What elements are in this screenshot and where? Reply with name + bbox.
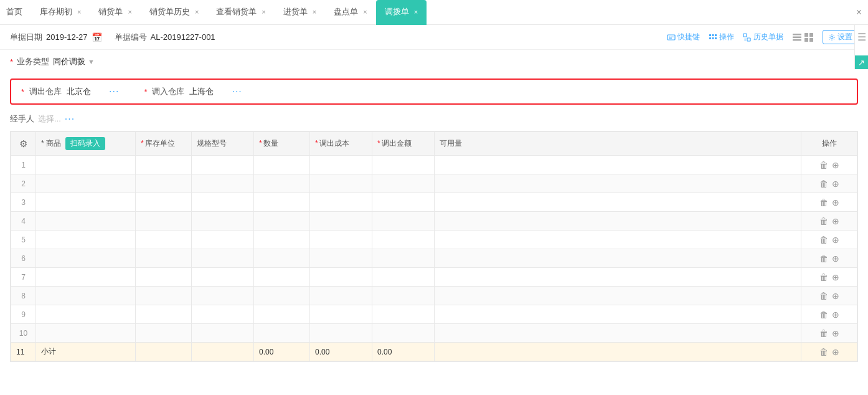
spec-cell-2[interactable] [192, 174, 254, 193]
manager-more-button[interactable]: ··· [65, 113, 75, 125]
cost-cell-4[interactable] [310, 212, 372, 231]
gear-icon[interactable]: ⚙ [19, 138, 27, 149]
spec-cell-1[interactable] [192, 156, 254, 174]
operations-button[interactable]: 操作 [709, 32, 734, 42]
unit-cell-1[interactable] [136, 156, 192, 174]
amount-cell-5[interactable] [372, 231, 435, 249]
tab-view-sales-close[interactable]: × [262, 8, 265, 16]
tab-transfer[interactable]: 调拨单 × [376, 0, 427, 25]
tab-sales-history[interactable]: 销货单历史 × [141, 0, 207, 25]
qty-cell-9[interactable] [254, 305, 310, 324]
copy-row-10-button[interactable]: ⊕ [832, 328, 839, 338]
qty-cell-1[interactable] [254, 156, 310, 174]
unit-cell-2[interactable] [136, 174, 192, 193]
spec-cell-10[interactable] [192, 324, 254, 343]
tab-sales-order-close[interactable]: × [128, 8, 131, 16]
qty-cell-4[interactable] [254, 212, 310, 231]
delete-row-11-button[interactable]: 🗑 [819, 347, 828, 357]
qty-cell-10[interactable] [254, 324, 310, 343]
cost-cell-5[interactable] [310, 231, 372, 249]
copy-row-9-button[interactable]: ⊕ [832, 310, 839, 320]
available-cell-4[interactable] [435, 212, 801, 231]
tab-purchase-close[interactable]: × [313, 8, 316, 16]
tab-stocktake[interactable]: 盘点单 × [325, 0, 375, 25]
in-warehouse-more-button[interactable]: ··· [232, 86, 242, 97]
available-cell-3[interactable] [435, 193, 801, 212]
unit-cell-4[interactable] [136, 212, 192, 231]
available-cell-1[interactable] [435, 156, 801, 174]
unit-cell-9[interactable] [136, 305, 192, 324]
spec-cell-9[interactable] [192, 305, 254, 324]
sidebar-expand-icon[interactable]: ↗ [855, 55, 869, 69]
product-cell-1[interactable] [36, 156, 136, 174]
amount-cell-2[interactable] [372, 174, 435, 193]
copy-row-3-button[interactable]: ⊕ [832, 198, 839, 207]
tab-sales-history-close[interactable]: × [195, 8, 199, 16]
biz-type-select[interactable]: 同价调拨 ▼ [53, 56, 153, 67]
qty-cell-3[interactable] [254, 193, 310, 212]
qty-cell-2[interactable] [254, 174, 310, 193]
calendar-icon[interactable]: 📅 [92, 32, 102, 42]
spec-cell-3[interactable] [192, 193, 254, 212]
copy-row-4-button[interactable]: ⊕ [832, 216, 839, 226]
available-cell-2[interactable] [435, 174, 801, 193]
grid-view-icon[interactable] [804, 32, 814, 42]
amount-cell-3[interactable] [372, 193, 435, 212]
copy-row-11-button[interactable]: ⊕ [832, 347, 839, 357]
gear-column-header[interactable]: ⚙ [11, 132, 36, 156]
window-close-button[interactable]: × [856, 7, 862, 18]
scan-input-button[interactable]: 扫码录入 [65, 137, 105, 150]
spec-cell-7[interactable] [192, 268, 254, 287]
list-view-icon[interactable] [792, 32, 802, 42]
tab-inventory-init[interactable]: 库存期初 × [31, 0, 90, 25]
available-cell-9[interactable] [435, 305, 801, 324]
product-cell-5[interactable] [36, 231, 136, 249]
copy-row-7-button[interactable]: ⊕ [832, 272, 839, 282]
product-cell-6[interactable] [36, 249, 136, 268]
delete-row-7-button[interactable]: 🗑 [819, 272, 828, 282]
amount-cell-4[interactable] [372, 212, 435, 231]
delete-row-3-button[interactable]: 🗑 [819, 198, 828, 207]
amount-cell-8[interactable] [372, 287, 435, 305]
cost-cell-8[interactable] [310, 287, 372, 305]
delete-row-4-button[interactable]: 🗑 [819, 216, 828, 226]
copy-row-5-button[interactable]: ⊕ [832, 235, 839, 245]
unit-cell-5[interactable] [136, 231, 192, 249]
product-cell-2[interactable] [36, 174, 136, 193]
history-button[interactable]: 历史单据 [743, 32, 783, 42]
cost-cell-6[interactable] [310, 249, 372, 268]
available-cell-6[interactable] [435, 249, 801, 268]
available-cell-5[interactable] [435, 231, 801, 249]
tab-purchase[interactable]: 进货单 × [275, 0, 325, 25]
cost-cell-2[interactable] [310, 174, 372, 193]
unit-cell-7[interactable] [136, 268, 192, 287]
shortcuts-button[interactable]: 快捷键 [667, 32, 700, 42]
delete-row-5-button[interactable]: 🗑 [819, 235, 828, 245]
cost-cell-9[interactable] [310, 305, 372, 324]
delete-row-6-button[interactable]: 🗑 [819, 254, 828, 264]
copy-row-8-button[interactable]: ⊕ [832, 291, 839, 301]
unit-cell-3[interactable] [136, 193, 192, 212]
product-cell-8[interactable] [36, 287, 136, 305]
cost-cell-10[interactable] [310, 324, 372, 343]
copy-row-2-button[interactable]: ⊕ [832, 179, 839, 189]
amount-cell-10[interactable] [372, 324, 435, 343]
cost-cell-7[interactable] [310, 268, 372, 287]
tab-sales-order[interactable]: 销货单 × [90, 0, 140, 25]
cost-cell-3[interactable] [310, 193, 372, 212]
product-cell-3[interactable] [36, 193, 136, 212]
unit-cell-8[interactable] [136, 287, 192, 305]
out-warehouse-more-button[interactable]: ··· [109, 86, 119, 97]
tab-inventory-init-close[interactable]: × [77, 8, 81, 16]
available-cell-10[interactable] [435, 324, 801, 343]
amount-cell-9[interactable] [372, 305, 435, 324]
sidebar-list-icon[interactable]: ☰ [857, 31, 866, 43]
cost-cell-1[interactable] [310, 156, 372, 174]
settings-button[interactable]: 设置 [823, 30, 858, 44]
qty-cell-7[interactable] [254, 268, 310, 287]
delete-row-2-button[interactable]: 🗑 [819, 179, 828, 189]
unit-cell-10[interactable] [136, 324, 192, 343]
amount-cell-7[interactable] [372, 268, 435, 287]
spec-cell-4[interactable] [192, 212, 254, 231]
available-cell-7[interactable] [435, 268, 801, 287]
